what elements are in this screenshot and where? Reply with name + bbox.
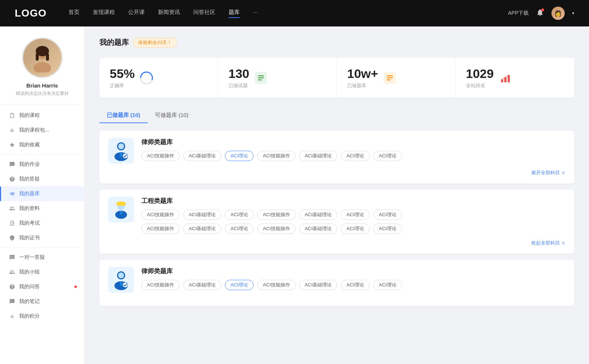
tag[interactable]: ACI理论 [341, 280, 370, 290]
profile-icon [9, 205, 15, 212]
svg-rect-9 [258, 77, 264, 78]
menu-label: 我的题库 [19, 190, 40, 197]
notification-bell[interactable] [536, 8, 544, 18]
profile-section: Brian Harris 错误的决定比没有决定要好 [0, 26, 84, 104]
tag[interactable]: ACI基础理论 [299, 210, 338, 220]
tag[interactable]: ACI理论 [373, 210, 402, 220]
sidebar-item-notes[interactable]: 我的笔记 [0, 294, 84, 309]
nav-link-open[interactable]: 公开课 [128, 9, 145, 18]
bank-card-header: 律师类题库 ACI技能操作 ACI基础理论 ACI理论 ACI技能操作 ACI基… [108, 138, 565, 164]
tag[interactable]: ACI理论 [373, 224, 402, 234]
tag-active[interactable]: ACI理论 [225, 151, 254, 161]
tag[interactable]: ACI技能操作 [141, 280, 180, 290]
stat-accuracy: 55% 正确率 [99, 58, 218, 98]
exam-icon [9, 220, 15, 226]
stat-info: 130 已做试题 [229, 67, 250, 89]
bank-card-header: 工程类题库 ACI技能操作 ACI基础理论 ACI理论 ACI技能操作 ACI基… [108, 197, 565, 234]
tag[interactable]: ACI基础理论 [183, 224, 222, 234]
stat-label: 已做题库 [347, 82, 378, 89]
list-orange-icon [383, 71, 396, 85]
menu-label: 我的作业 [19, 161, 40, 168]
tag[interactable]: ACI基础理论 [299, 151, 338, 161]
sidebar-item-qa[interactable]: 我的答疑 [0, 172, 84, 186]
course-package-icon [9, 127, 15, 133]
bank-title-area: 律师类题库 ACI技能操作 ACI基础理论 ACI理论 ACI技能操作 ACI基… [141, 267, 565, 290]
tag[interactable]: ACI技能操作 [257, 280, 296, 290]
expand-button[interactable]: 展开全部科目 ∨ [108, 169, 565, 176]
svg-point-20 [118, 143, 124, 149]
pie-chart-icon [140, 71, 153, 85]
svg-rect-13 [387, 77, 393, 78]
nav-link-bank[interactable]: 题库 [229, 9, 240, 18]
certificate-icon [9, 235, 15, 241]
menu-divider-2 [0, 247, 84, 248]
bank-icon-lawyer [108, 138, 134, 164]
nav-link-home[interactable]: 首页 [68, 9, 80, 18]
group-icon [9, 269, 15, 275]
sidebar-item-group[interactable]: 我的小组 [0, 265, 84, 279]
sidebar: Brian Harris 错误的决定比没有决定要好 我的课程 我的课程包... [0, 26, 85, 364]
stat-rank: 1029 全站排名 [456, 58, 575, 98]
avatar[interactable]: 👩 [551, 7, 565, 20]
avatar-dropdown-icon[interactable]: ▾ [572, 11, 574, 16]
svg-rect-34 [120, 282, 122, 286]
tag[interactable]: ACI理论 [341, 151, 370, 161]
tab-available-banks[interactable]: 可做题库 (10) [148, 108, 196, 123]
svg-point-26 [116, 201, 126, 206]
app-download-button[interactable]: APP下载 [508, 10, 529, 17]
unread-dot [74, 286, 77, 288]
menu-label: 我的积分 [19, 313, 40, 320]
tag[interactable]: ACI基础理论 [299, 224, 338, 234]
sidebar-item-question-bank[interactable]: 我的题库 [0, 186, 84, 201]
tag[interactable]: ACI基础理论 [183, 210, 222, 220]
sidebar-item-my-qa[interactable]: 我的问答 [0, 279, 84, 294]
trial-badge: 体验剩余23天！ [133, 38, 177, 47]
svg-rect-17 [508, 75, 510, 82]
tag[interactable]: ACI技能操作 [257, 210, 296, 220]
tag[interactable]: ACI技能操作 [257, 151, 296, 161]
tag[interactable]: ACI理论 [341, 210, 370, 220]
sidebar-item-points[interactable]: 我的积分 [0, 309, 84, 324]
sidebar-item-my-course[interactable]: 我的课程 [0, 108, 84, 123]
tag[interactable]: ACI基础理论 [183, 151, 222, 161]
svg-point-1 [33, 62, 51, 72]
my-qa-icon [9, 283, 15, 290]
tag[interactable]: ACI理论 [225, 224, 254, 234]
stat-number: 1029 [466, 67, 494, 81]
svg-rect-14 [387, 79, 391, 81]
tag[interactable]: ACI技能操作 [141, 151, 180, 161]
tag[interactable]: ACI基础理论 [183, 280, 222, 290]
tag[interactable]: ACI理论 [373, 280, 402, 290]
nav-link-qa[interactable]: 问答社区 [193, 9, 215, 18]
tag[interactable]: ACI理论 [225, 210, 254, 220]
tag[interactable]: ACI理论 [341, 224, 370, 234]
sidebar-item-certificate[interactable]: 我的证书 [0, 231, 84, 245]
bar-chart-icon [499, 71, 512, 85]
nav-link-more[interactable]: ··· [253, 9, 258, 18]
bank-card-header: 律师类题库 ACI技能操作 ACI基础理论 ACI理论 ACI技能操作 ACI基… [108, 267, 565, 293]
sidebar-item-homework[interactable]: 我的作业 [0, 157, 84, 172]
svg-rect-12 [387, 75, 393, 76]
nav-link-courses[interactable]: 发现课程 [93, 9, 115, 18]
tag-active[interactable]: ACI理论 [225, 280, 254, 290]
sidebar-item-one-on-one[interactable]: 一对一答疑 [0, 250, 84, 265]
list-green-icon [254, 71, 268, 85]
svg-rect-4 [46, 53, 49, 61]
sidebar-item-exam[interactable]: 我的考试 [0, 216, 84, 231]
tag[interactable]: ACI技能操作 [141, 224, 180, 234]
menu-label: 我的证书 [19, 235, 40, 241]
sidebar-item-profile[interactable]: 我的资料 [0, 201, 84, 216]
collapse-button[interactable]: 收起全部科目 ∧ [108, 240, 565, 246]
tag[interactable]: ACI理论 [373, 151, 402, 161]
sidebar-item-course-package[interactable]: 我的课程包... [0, 123, 84, 138]
stat-number: 10w+ [347, 67, 378, 81]
tag[interactable]: ACI技能操作 [141, 210, 180, 220]
sidebar-item-favorites[interactable]: 我的收藏 [0, 138, 84, 152]
tab-done-banks[interactable]: 已做题库 (10) [99, 108, 148, 123]
tag[interactable]: ACI基础理论 [299, 280, 338, 290]
bank-title: 律师类题库 [141, 138, 565, 146]
nav-link-news[interactable]: 新闻资讯 [158, 9, 180, 18]
tag[interactable]: ACI技能操作 [257, 224, 296, 234]
stat-done-banks: 10w+ 已做题库 [337, 58, 456, 98]
svg-rect-22 [120, 153, 122, 157]
